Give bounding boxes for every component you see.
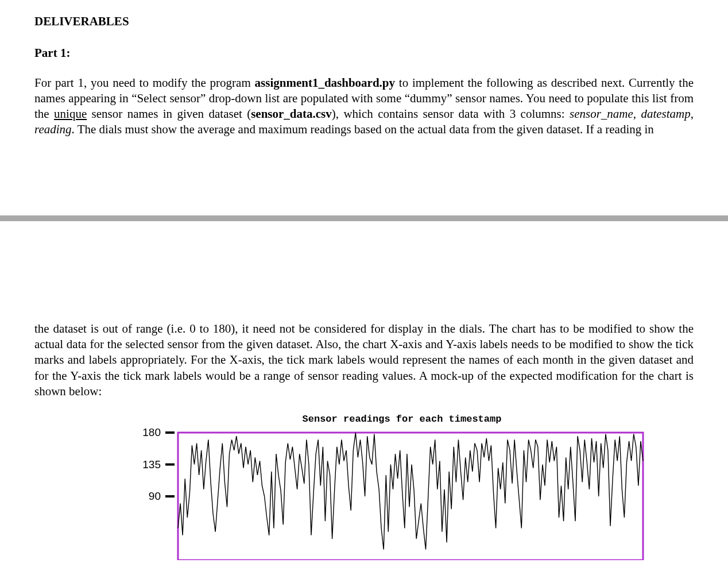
filename-csv: sensor_data.csv — [251, 107, 332, 121]
filename-program: assignment1_dashboard.py — [255, 76, 395, 90]
text: sensor names in given dataset ( — [87, 107, 251, 121]
page-break-divider — [0, 215, 728, 221]
text: For part 1, you need to modify the progr… — [34, 76, 255, 90]
heading-part1: Part 1: — [34, 45, 694, 61]
text: the dataset is out of range (i.e. 0 to 1… — [34, 322, 694, 398]
svg-rect-0 — [178, 433, 643, 560]
svg-text:135: 135 — [142, 458, 161, 471]
svg-text:90: 90 — [149, 490, 161, 502]
paragraph-2: the dataset is out of range (i.e. 0 to 1… — [34, 321, 694, 399]
emphasis-unique: unique — [54, 107, 87, 121]
text: ), which contains sensor data with 3 col… — [332, 107, 570, 121]
paragraph-1: For part 1, you need to modify the progr… — [34, 75, 694, 138]
chart-svg: 90135180 — [132, 428, 649, 560]
chart-mockup: Sensor readings for each timestamp 90135… — [132, 413, 694, 560]
text: . The dials must show the average and ma… — [72, 122, 654, 136]
heading-deliverables: DELIVERABLES — [34, 14, 694, 29]
svg-text:180: 180 — [142, 428, 161, 438]
chart-title: Sensor readings for each timestamp — [166, 413, 637, 426]
